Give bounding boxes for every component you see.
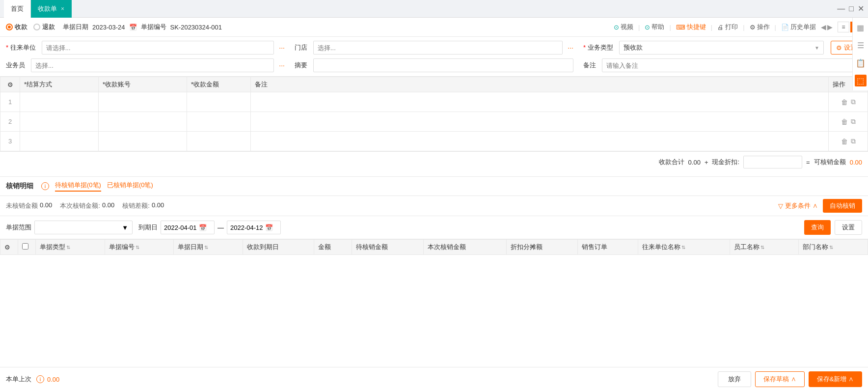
summary-group: 摘要 — [295, 58, 573, 72]
divider1: | — [638, 24, 640, 31]
row-1-amount[interactable] — [187, 92, 251, 112]
view-list-icon[interactable]: ≡ — [838, 22, 849, 32]
business-type-arrow-icon: ▼ — [814, 45, 819, 51]
range-select[interactable]: ▼ — [34, 221, 133, 234]
bottom-checkbox-header[interactable] — [18, 240, 36, 255]
window-restore-icon[interactable]: □ — [849, 4, 854, 13]
operation-btn[interactable]: ⚙ 操作 — [750, 23, 770, 31]
doc-date-value: 2023-03-24 — [92, 24, 125, 31]
pending-tab[interactable]: 待核销单据(0笔) — [55, 181, 101, 192]
video-btn[interactable]: ⊙ 视频 — [614, 23, 633, 31]
bottom-gear-header[interactable]: ⚙ — [0, 240, 18, 255]
right-panel-icon-1[interactable]: ▦ — [855, 22, 867, 33]
bottom-gear-icon[interactable]: ⚙ — [4, 244, 10, 251]
col-staff-header: 员工名称⇅ — [730, 240, 799, 255]
row-1-copy-icon[interactable]: ⧉ — [851, 98, 856, 106]
right-panel-icon-3[interactable]: 📋 — [855, 57, 867, 69]
row-2-amount[interactable] — [187, 112, 251, 132]
range-filter: 单据范围 ▼ — [6, 221, 133, 234]
col-discount-header: 折扣分摊额 — [506, 240, 578, 255]
writeoff-info-icon[interactable]: i — [41, 182, 49, 190]
date-from-input[interactable]: 2022-04-01 📅 — [161, 221, 215, 234]
table-row: 1 🗑 ⧉ — [0, 92, 868, 112]
footer: 本单上次 i 0.00 放弃 保存草稿 ∧ 保存&新增 ∧ — [0, 367, 868, 391]
writeoff-stats: 未核销金额 0.00 本次核销金额: 0.00 核销差额: 0.00 ▽ 更多条… — [0, 196, 868, 216]
row-2-delete-icon[interactable]: 🗑 — [841, 118, 848, 126]
video-icon: ⊙ — [614, 24, 619, 31]
summary-input[interactable] — [313, 58, 573, 72]
row-1-remarks[interactable] — [251, 92, 829, 112]
help-btn[interactable]: ⊙ 帮助 — [645, 23, 664, 31]
staff-input[interactable] — [31, 58, 274, 72]
shortcut-btn[interactable]: ⌨ 快捷键 — [676, 23, 706, 31]
date-from-calendar-icon[interactable]: 📅 — [199, 224, 207, 231]
due-date-label: 到期日 — [138, 223, 158, 232]
radio-refund[interactable]: 退款 — [33, 23, 55, 31]
row-2-account[interactable] — [99, 112, 187, 132]
print-btn[interactable]: 🖨 打印 — [717, 23, 738, 31]
auto-writeoff-button[interactable]: 自动核销 — [823, 199, 862, 213]
tab-close-icon[interactable]: × — [61, 5, 64, 12]
nav-next-icon[interactable]: ▶ — [827, 23, 833, 31]
counterpart-more-icon[interactable]: ··· — [279, 44, 285, 52]
row-2-remarks[interactable] — [251, 112, 829, 132]
row-3-remarks[interactable] — [251, 132, 829, 151]
col-amount-header: *收款金额 — [187, 77, 251, 92]
available-label: 可核销金额 — [814, 158, 846, 167]
this-order-label: 本单上次 — [6, 375, 31, 384]
done-tab[interactable]: 已核销单据(0笔) — [107, 181, 153, 192]
table-gear-header[interactable]: ⚙ — [0, 77, 20, 92]
footer-info-icon[interactable]: i — [36, 375, 44, 383]
row-3-copy-icon[interactable]: ⧉ — [851, 137, 856, 145]
row-2-settlement[interactable] — [20, 112, 99, 132]
shop-group: 门店 ··· — [295, 41, 573, 55]
calendar-icon[interactable]: 📅 — [129, 24, 137, 31]
divider3: | — [711, 24, 712, 31]
save-new-button[interactable]: 保存&新增 ∧ — [809, 371, 862, 387]
save-draft-button[interactable]: 保存草稿 ∧ — [755, 371, 805, 387]
right-panel-icon-4[interactable]: ⬚ — [855, 75, 867, 86]
row-3-delete-icon[interactable]: 🗑 — [841, 138, 848, 145]
doc-num-label: 单据编号 — [141, 23, 166, 31]
more-conditions-btn[interactable]: ▽ 更多条件 ∧ — [778, 201, 818, 210]
tab-home[interactable]: 首页 — [4, 0, 31, 18]
row-3-account[interactable] — [99, 132, 187, 151]
row-1-account[interactable] — [99, 92, 187, 112]
remarks-input[interactable] — [602, 58, 862, 72]
abandon-button[interactable]: 放弃 — [718, 371, 751, 387]
divider2: | — [669, 24, 671, 31]
remarks-group: 备注 — [583, 58, 862, 72]
date-to-input[interactable]: 2022-04-12 📅 — [227, 221, 281, 234]
row-3-settlement[interactable] — [20, 132, 99, 151]
staff-more-icon[interactable]: ··· — [279, 61, 285, 69]
row-3-amount[interactable] — [187, 132, 251, 151]
nav-prev-icon[interactable]: ◀ — [821, 23, 826, 31]
right-panel-icon-2[interactable]: ☰ — [855, 39, 867, 51]
shop-input[interactable] — [313, 41, 563, 55]
more-conditions-label: 更多条件 ∧ — [785, 201, 818, 210]
discount-input[interactable] — [743, 156, 802, 168]
business-type-select[interactable]: 预收款 ▼ — [619, 41, 824, 55]
select-all-checkbox[interactable] — [22, 243, 28, 250]
form-row-2: 业务员 ··· 摘要 备注 — [6, 58, 862, 72]
tab-bar: 首页 收款单 × — □ ✕ — [0, 0, 868, 18]
diff-label: 核销差额: — [122, 201, 150, 210]
divider5: | — [775, 24, 776, 31]
date-to-calendar-icon[interactable]: 📅 — [265, 224, 273, 231]
row-1-delete-icon[interactable]: 🗑 — [841, 98, 848, 106]
query-button[interactable]: 查询 — [804, 220, 831, 235]
row-2-copy-icon[interactable]: ⧉ — [851, 117, 856, 126]
history-btn[interactable]: 📄 历史单据 — [781, 23, 816, 31]
date-separator: — — [217, 224, 224, 231]
bottom-table-section: ⚙ 单据类型⇅ 单据编号⇅ 单据日期⇅ 收款到期日 金额 待核销金额 本次核销金… — [0, 239, 868, 367]
setting-button-2[interactable]: 设置 — [835, 220, 862, 235]
row-1-settlement[interactable] — [20, 92, 99, 112]
window-minus-icon[interactable]: — — [837, 4, 845, 13]
print-icon: 🖨 — [717, 24, 724, 31]
tab-active[interactable]: 收款单 × — [31, 0, 72, 18]
counterpart-input[interactable] — [42, 41, 274, 55]
radio-receipt[interactable]: 收款 — [6, 23, 27, 31]
shop-more-icon[interactable]: ··· — [568, 44, 573, 52]
table-gear-icon[interactable]: ⚙ — [7, 81, 13, 88]
window-close-icon[interactable]: ✕ — [858, 4, 864, 13]
